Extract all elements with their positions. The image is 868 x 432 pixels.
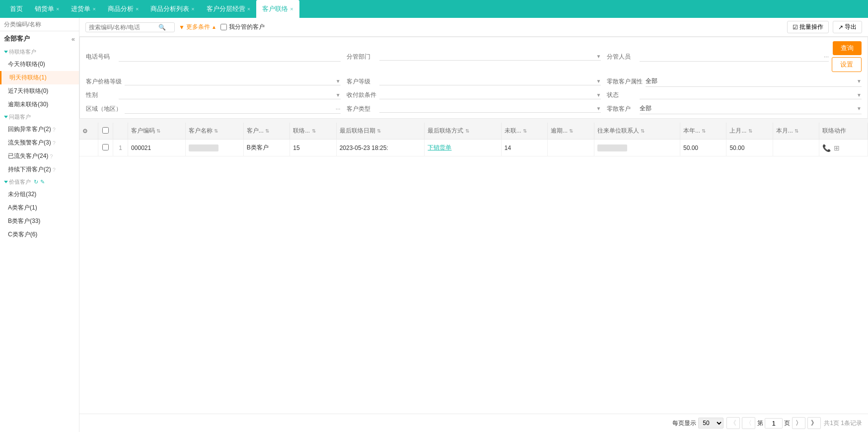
sidebar-problem-section: 问题客户 xyxy=(0,111,79,123)
sidebar-value-section: 价值客户 ↻ ✎ xyxy=(0,176,79,188)
next-page-btn[interactable]: 〉 xyxy=(792,417,805,429)
nav-customer-contact[interactable]: 客户联络 × xyxy=(256,0,299,18)
col-last-month[interactable]: 上月... ⇅ xyxy=(726,123,773,140)
sidebar-item-lost[interactable]: 流失预警客户(3) ? xyxy=(0,136,79,149)
sidebar-item-today[interactable]: 今天待联络(0) xyxy=(0,58,79,71)
sidebar-item-overdue[interactable]: 逾期未联络(30) xyxy=(0,98,79,111)
phone-input[interactable] xyxy=(119,52,341,62)
my-customers-checkbox-wrap[interactable]: 我分管的客户 xyxy=(220,23,265,31)
nav-close-customer-contact[interactable]: × xyxy=(290,0,293,18)
last-method-sort-icon: ⇅ xyxy=(465,128,469,134)
row-last-month-cell: 50.00 xyxy=(726,140,773,156)
nav-customer-segment[interactable]: 客户分层经营 × xyxy=(201,0,256,18)
per-page-select[interactable]: 50 100 200 xyxy=(698,418,723,429)
lost-actual-help-icon[interactable]: ? xyxy=(50,153,53,159)
sidebar-item-repurchase[interactable]: 回购异常客户(2) ? xyxy=(0,123,79,136)
col-last-method[interactable]: 最后联络方式 ⇅ xyxy=(425,123,501,140)
prev-page-btn[interactable]: 〈 xyxy=(742,417,755,429)
sidebar-item-week[interactable]: 近7天待联络(0) xyxy=(0,84,79,98)
col-settings-icon[interactable]: ⚙ xyxy=(82,128,88,135)
col-this-year[interactable]: 本年... ⇅ xyxy=(680,123,726,140)
lost-help-icon[interactable]: ? xyxy=(53,140,56,146)
phone-action-icon[interactable]: 📞 xyxy=(822,144,831,152)
grid-action-icon[interactable]: ⊞ xyxy=(834,144,840,152)
col-contacts[interactable]: 往来单位联系人 ⇅ xyxy=(594,123,680,140)
last-method-link[interactable]: 下销货单 xyxy=(428,144,451,151)
data-table-wrap: ⚙ 客户编码 ⇅ 客户名称 ⇅ xyxy=(79,123,868,414)
row-checkbox-cell[interactable] xyxy=(98,140,113,156)
price-level-select[interactable]: ▼ xyxy=(125,77,341,85)
nav-close-customer-segment[interactable]: × xyxy=(247,0,250,18)
query-button[interactable]: 查询 xyxy=(833,41,862,55)
main-search-input[interactable] xyxy=(89,24,158,31)
page-num-input[interactable] xyxy=(765,418,783,429)
retail-customer-select[interactable]: 全部 ▼ xyxy=(640,103,862,114)
customer-level-select[interactable]: ▼ xyxy=(379,77,601,85)
person-dots-icon: ··· xyxy=(824,53,829,60)
sidebar-search-input[interactable] xyxy=(4,21,78,28)
first-page-btn[interactable]: 《 xyxy=(726,417,740,429)
sidebar-item-declining[interactable]: 持续下滑客户(2) ? xyxy=(0,163,79,176)
nav-goods-list[interactable]: 商品分析列表 × xyxy=(145,0,200,18)
row-checkbox[interactable] xyxy=(102,144,109,150)
row-type-cell: B类客户 xyxy=(243,140,289,156)
nav-close-goods-list[interactable]: × xyxy=(191,0,194,18)
sidebar-item-b-class[interactable]: B类客户(33) xyxy=(0,215,79,228)
nav-close-sales[interactable]: × xyxy=(56,0,59,18)
export-button[interactable]: ↗ 导出 xyxy=(833,21,862,33)
col-uncontacted[interactable]: 未联... ⇅ xyxy=(501,123,547,140)
select-all-checkbox[interactable] xyxy=(102,127,109,134)
retail-customer-arrow-icon: ▼ xyxy=(857,106,862,111)
row-name-cell xyxy=(185,140,243,156)
sidebar-item-c-class[interactable]: C类客户(6) xyxy=(0,228,79,241)
sidebar-collapse-icon: « xyxy=(72,35,75,43)
col-this-month[interactable]: 本月... ⇅ xyxy=(773,123,819,140)
col-name[interactable]: 客户名称 ⇅ xyxy=(185,123,243,140)
sidebar-item-tomorrow[interactable]: 明天待联络(1) xyxy=(0,71,79,84)
col-type[interactable]: 客户... ⇅ xyxy=(243,123,289,140)
person-select[interactable]: ··· xyxy=(640,52,829,62)
my-customers-checkbox[interactable] xyxy=(220,24,227,30)
last-page-btn[interactable]: 》 xyxy=(807,417,821,429)
sidebar-item-lost-actual[interactable]: 已流失客户(24) ? xyxy=(0,149,79,163)
total-info: 共1页 1条记录 xyxy=(824,419,862,428)
value-edit-icon[interactable]: ✎ xyxy=(40,179,45,185)
customer-type-select[interactable]: ▼ xyxy=(379,105,601,113)
col-checkbox[interactable] xyxy=(98,123,113,140)
setting-button[interactable]: 设置 xyxy=(832,57,862,72)
nav-close-purchase[interactable]: × xyxy=(92,0,95,18)
filter-bar: 🔍 ▼ 更多条件 ▲ 我分管的客户 ☑ 批量操作 ↗ 导出 xyxy=(79,18,868,37)
status-arrow-icon: ▼ xyxy=(857,92,862,98)
per-page-wrap: 每页显示 50 100 200 xyxy=(672,418,723,429)
col-settings[interactable]: ⚙ xyxy=(79,123,98,140)
payment-select[interactable]: ▼ xyxy=(379,91,601,99)
payment-arrow-icon: ▼ xyxy=(596,92,601,98)
main-search-icon[interactable]: 🔍 xyxy=(158,24,166,31)
col-overdue[interactable]: 逾期... ⇅ xyxy=(548,123,594,140)
nav-sales[interactable]: 销货单 × xyxy=(29,0,65,18)
retail-attr-select[interactable]: 全部 ▼ xyxy=(646,76,862,87)
col-code[interactable]: 客户编码 ⇅ xyxy=(128,123,186,140)
nav-home[interactable]: 首页 xyxy=(4,0,29,18)
col-last-date[interactable]: 最后联络日期 ⇅ xyxy=(336,123,425,140)
declining-help-icon[interactable]: ? xyxy=(53,167,56,173)
value-refresh-icon[interactable]: ↻ xyxy=(34,179,38,185)
dept-select[interactable]: ▼ xyxy=(379,53,601,61)
filter-icon: ▼ xyxy=(179,24,185,31)
nav-purchase[interactable]: 进货单 × xyxy=(65,0,101,18)
sidebar-item-ungrouped[interactable]: 未分组(32) xyxy=(0,188,79,201)
batch-op-button[interactable]: ☑ 批量操作 xyxy=(787,21,829,33)
gender-select[interactable]: ▼ xyxy=(119,91,341,99)
uncontacted-sort-icon: ⇅ xyxy=(523,128,527,134)
col-contact[interactable]: 联络... ⇅ xyxy=(290,123,336,140)
more-conditions-btn[interactable]: ▼ 更多条件 ▲ xyxy=(179,23,217,31)
sidebar-item-a-class[interactable]: A类客户(1) xyxy=(0,201,79,215)
nav-goods-analysis[interactable]: 商品分析 × xyxy=(102,0,145,18)
nav-close-goods-analysis[interactable]: × xyxy=(136,0,139,18)
filter-row-price-level: 客户价格等级 ▼ xyxy=(86,77,341,86)
status-select[interactable]: ▼ xyxy=(640,91,862,99)
region-select[interactable]: ··· xyxy=(125,104,341,114)
repurchase-help-icon[interactable]: ? xyxy=(53,127,56,133)
row-last-method-cell[interactable]: 下销货单 xyxy=(425,140,501,156)
sidebar-all-customers[interactable]: 全部客户 « xyxy=(0,31,79,46)
